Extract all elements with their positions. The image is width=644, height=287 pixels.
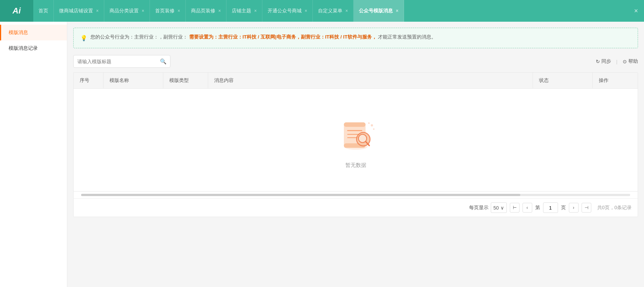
- nav-tab-shop-settings[interactable]: 微商城店铺设置×: [54, 0, 104, 22]
- close-tab-category-settings-icon[interactable]: ×: [142, 8, 144, 13]
- next-page-button[interactable]: ›: [569, 203, 579, 213]
- main-layout: 模版消息模版消息记录 💡 您的公众号行业为：主营行业：，副营行业： 需要设置为：…: [0, 22, 644, 287]
- table-header-message-content: 消息内容: [208, 73, 533, 88]
- nav-tab-shop-theme[interactable]: 店铺主题×: [227, 0, 262, 22]
- notice-text: 您的公众号行业为：主营行业：，副营行业： 需要设置为：主营行业：IT科技 / 互…: [90, 33, 436, 41]
- sidebar-item-template-message[interactable]: 模版消息: [0, 25, 67, 40]
- scrollbar-thumb: [81, 194, 520, 196]
- nav-tab-product-decoration[interactable]: 商品页装修×: [186, 0, 227, 22]
- sync-button[interactable]: ↻ 同步: [596, 58, 611, 65]
- toolbar-right: ↻ 同步 | ⊙ 帮助: [596, 58, 638, 65]
- toolbar-divider: |: [616, 59, 617, 64]
- page-label: 第: [535, 204, 540, 211]
- top-navbar: Ai 首页微商城店铺设置×商品分类设置×首页装修×商品页装修×店铺主题×开通公众…: [0, 0, 644, 22]
- per-page-wrapper: 每页显示 50 ∨: [469, 202, 506, 213]
- page-summary: 共0页，0条记录: [597, 204, 632, 211]
- sidebar-item-template-message-log[interactable]: 模版消息记录: [0, 40, 67, 56]
- first-page-button[interactable]: ⊢: [510, 203, 520, 213]
- close-tab-shop-theme-icon[interactable]: ×: [254, 8, 257, 13]
- table-header-template-name: 模版名称: [104, 73, 163, 88]
- sidebar: 模版消息模版消息记录: [0, 22, 67, 287]
- notice-banner: 💡 您的公众号行业为：主营行业：，副营行业： 需要设置为：主营行业：IT科技 /…: [73, 28, 638, 48]
- close-tab-home-decoration-icon[interactable]: ×: [178, 8, 180, 13]
- close-tab-shop-settings-icon[interactable]: ×: [96, 8, 99, 13]
- page-unit: 页: [561, 204, 566, 211]
- toolbar: 🔍 ↻ 同步 | ⊙ 帮助: [73, 55, 638, 68]
- content-area: 💡 您的公众号行业为：主营行业：，副营行业： 需要设置为：主营行业：IT科技 /…: [67, 22, 644, 287]
- close-tab-product-decoration-icon[interactable]: ×: [218, 8, 221, 13]
- help-icon: ⊙: [623, 59, 627, 64]
- chevron-down-icon: ∨: [500, 205, 504, 211]
- svg-rect-2: [344, 122, 366, 127]
- close-tab-custom-menu-icon[interactable]: ×: [345, 8, 348, 13]
- table-header-index: 序号: [74, 73, 104, 88]
- svg-point-11: [371, 124, 373, 126]
- nav-tab-category-settings[interactable]: 商品分类设置×: [104, 0, 150, 22]
- scrollbar-track: [81, 194, 630, 196]
- table-header: 序号模版名称模版类型消息内容状态操作: [74, 73, 638, 89]
- notice-highlight: 需要设置为：主营行业：IT科技 / 互联网|电子商务，副营行业：IT科技 / I…: [189, 34, 377, 40]
- help-button[interactable]: ⊙ 帮助: [623, 58, 638, 65]
- svg-point-12: [373, 128, 375, 130]
- nav-tab-home[interactable]: 首页: [33, 0, 54, 22]
- current-page-input[interactable]: [543, 202, 558, 213]
- per-page-select[interactable]: 50 ∨: [491, 202, 506, 213]
- last-page-button[interactable]: ⊣: [582, 203, 591, 213]
- close-all-tabs-button[interactable]: ×: [628, 7, 644, 15]
- close-tab-template-msg-icon[interactable]: ×: [396, 8, 398, 13]
- empty-text: 暂无数据: [345, 162, 366, 169]
- close-tab-open-mall-icon[interactable]: ×: [305, 8, 307, 13]
- svg-point-13: [368, 122, 370, 124]
- pagination: 每页显示 50 ∨ ⊢ ‹ 第 页 › ⊣ 共0页，0条记录: [74, 198, 638, 217]
- per-page-label: 每页显示: [469, 204, 489, 211]
- table-header-action: 操作: [593, 73, 638, 88]
- nav-tab-template-msg[interactable]: 公众号模版消息×: [354, 0, 404, 22]
- prev-page-button[interactable]: ‹: [523, 203, 532, 213]
- sync-icon: ↻: [596, 59, 600, 64]
- table-header-status: 状态: [533, 73, 593, 88]
- nav-tab-list: 首页微商城店铺设置×商品分类设置×首页装修×商品页装修×店铺主题×开通公众号商城…: [33, 0, 628, 22]
- nav-tab-custom-menu[interactable]: 自定义菜单×: [313, 0, 354, 22]
- data-table: 序号模版名称模版类型消息内容状态操作: [73, 72, 638, 217]
- search-box[interactable]: 🔍: [73, 55, 170, 68]
- nav-tab-open-mall[interactable]: 开通公众号商城×: [262, 0, 313, 22]
- empty-illustration: [333, 111, 378, 156]
- search-button[interactable]: 🔍: [160, 58, 166, 64]
- empty-state: 暂无数据: [74, 89, 638, 191]
- nav-tab-home-decoration[interactable]: 首页装修×: [150, 0, 186, 22]
- table-header-template-type: 模版类型: [163, 73, 208, 88]
- app-logo: Ai: [0, 0, 33, 22]
- notice-icon: 💡: [80, 34, 87, 43]
- search-input[interactable]: [77, 59, 160, 64]
- horizontal-scrollbar[interactable]: [74, 191, 638, 198]
